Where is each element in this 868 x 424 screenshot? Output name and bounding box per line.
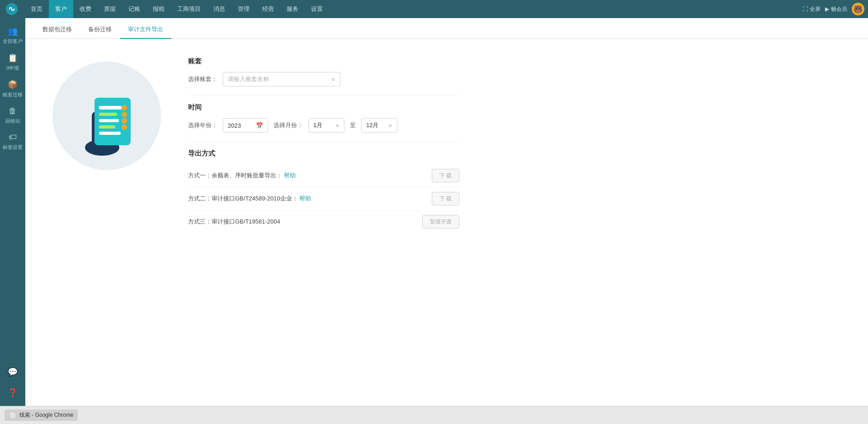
export-method-1: 方式一：余额表、序时账批量导出： 帮助 下 载	[188, 164, 459, 187]
nav-home[interactable]: 首页	[24, 0, 49, 18]
tab-data-migrate[interactable]: 数据包迁移	[34, 21, 80, 39]
sidebar-item-all-customers[interactable]: 👥 全部客户	[0, 23, 25, 48]
month-end-select[interactable]: 12月 ∨	[361, 118, 397, 133]
main-content: 数据包迁移 备份迁移 审计文件导出	[25, 18, 868, 406]
nav-service[interactable]: 服务	[280, 0, 305, 18]
svg-point-10	[122, 112, 127, 117]
illustration-area	[43, 52, 170, 170]
app-body: 👥 全部客户 📋 0申报 📦 账套迁移 🗑 回收站 🏷 标签设置 💬 ❓ 数据包…	[0, 18, 868, 406]
sidebar-item-label: 全部客户	[3, 38, 23, 45]
year-value: 2023	[228, 122, 241, 129]
section-divider-1	[188, 95, 459, 96]
member-label: 畅会员	[831, 5, 847, 13]
zero-declare-icon: 📋	[8, 53, 18, 63]
export-section-title: 导出方式	[188, 149, 459, 158]
account-select-placeholder: 请输入账套名称	[228, 75, 269, 83]
method-3-label: 方式三：审计接口GB/T19581-2004	[188, 218, 280, 226]
tag-settings-icon: 🏷	[9, 133, 17, 142]
top-nav: 首页 客户 收费 票据 记账 报税 工商项目 消息 管理 经营 服务 设置 ⛶ …	[0, 0, 868, 18]
nav-invoice[interactable]: 票据	[98, 0, 122, 18]
method-2-text: 方式二：审计接口GB/T24589-2010企业：	[188, 195, 298, 202]
method-1-help-link[interactable]: 帮助	[284, 172, 296, 179]
all-customers-icon: 👥	[8, 26, 18, 36]
taskbar-chrome-item[interactable]: ⚪ 线索 - Google Chrome	[5, 410, 78, 421]
year-input[interactable]: 2023 📅	[223, 118, 268, 133]
export-method-3: 方式三：审计接口GB/T19581-2004 暂缓开通	[188, 210, 459, 233]
taskbar-item-label: 线索 - Google Chrome	[19, 411, 73, 419]
method-1-text: 方式一：余额表、序时账批量导出：	[188, 172, 282, 179]
illustration-svg	[64, 71, 150, 161]
calendar-icon: 📅	[256, 122, 263, 129]
svg-rect-6	[99, 119, 119, 122]
fullscreen-label: 全屏	[810, 5, 821, 13]
month-start-select[interactable]: 1月 ∨	[308, 118, 344, 133]
method-2-download-button[interactable]: 下 载	[432, 192, 459, 205]
month-start-value: 1月	[313, 121, 322, 129]
month-label: 选择月份：	[274, 121, 303, 129]
taskbar: ⚪ 线索 - Google Chrome	[0, 406, 868, 424]
month-end-value: 12月	[366, 121, 378, 129]
account-select-chevron: ∨	[331, 76, 335, 82]
nav-message[interactable]: 消息	[207, 0, 231, 18]
svg-point-11	[122, 118, 127, 124]
method-1-label: 方式一：余额表、序时账批量导出： 帮助	[188, 172, 296, 180]
svg-point-12	[122, 124, 127, 130]
sidebar-item-zero-declare[interactable]: 📋 0申报	[0, 49, 25, 75]
fullscreen-button[interactable]: ⛶ 全屏	[802, 5, 821, 13]
sidebar-item-label: 回收站	[5, 118, 20, 124]
recycle-icon: 🗑	[9, 106, 17, 116]
export-method-2: 方式二：审计接口GB/T24589-2010企业： 帮助 下 载	[188, 187, 459, 210]
month-end-chevron: ∨	[388, 122, 392, 129]
account-section-title: 账套	[188, 57, 459, 66]
method-3-text: 方式三：审计接口GB/T19581-2004	[188, 218, 280, 225]
avatar[interactable]: 🐻	[852, 3, 864, 15]
account-select[interactable]: 请输入账套名称 ∨	[223, 72, 340, 86]
sidebar-item-label: 标签设置	[3, 144, 23, 151]
page-body: 账套 选择账套： 请输入账套名称 ∨ 时间 选择年份：	[25, 39, 868, 406]
svg-rect-7	[99, 125, 115, 129]
svg-rect-5	[99, 113, 117, 116]
method-1-download-button[interactable]: 下 载	[432, 169, 459, 182]
form-area: 账套 选择账套： 请输入账套名称 ∨ 时间 选择年份：	[188, 52, 459, 242]
nav-manage[interactable]: 管理	[231, 0, 256, 18]
account-section: 账套 选择账套： 请输入账套名称 ∨	[188, 57, 459, 86]
chat-icon[interactable]: 💬	[0, 363, 25, 381]
sidebar-item-recycle[interactable]: 🗑 回收站	[0, 103, 25, 128]
account-label: 选择账套：	[188, 75, 217, 83]
time-section: 时间 选择年份： 2023 📅 选择月份： 1月 ∨ 至	[188, 103, 459, 133]
app-logo	[4, 1, 20, 17]
top-nav-right: ⛶ 全屏 ▶ 畅会员 🐻	[802, 3, 864, 15]
sidebar-item-account-migrate[interactable]: 📦 账套迁移	[0, 76, 25, 102]
tab-backup-migrate[interactable]: 备份迁移	[80, 21, 120, 39]
nav-customer[interactable]: 客户	[49, 0, 73, 18]
sidebar-item-label: 账套迁移	[3, 91, 23, 98]
nav-bookkeeping[interactable]: 记账	[122, 0, 146, 18]
nav-settings[interactable]: 设置	[305, 0, 329, 18]
time-form-row: 选择年份： 2023 📅 选择月份： 1月 ∨ 至 12月	[188, 118, 459, 133]
nav-fee[interactable]: 收费	[73, 0, 98, 18]
account-form-row: 选择账套： 请输入账套名称 ∨	[188, 72, 459, 86]
sidebar-item-label: 0申报	[6, 65, 19, 71]
nav-tax[interactable]: 报税	[146, 0, 171, 18]
export-section: 导出方式 方式一：余额表、序时账批量导出： 帮助 下 载 方式二：审计接口GB/…	[188, 149, 459, 233]
chrome-icon: ⚪	[9, 412, 17, 419]
month-start-chevron: ∨	[335, 122, 340, 129]
tab-bar: 数据包迁移 备份迁移 审计文件导出	[25, 18, 868, 39]
svg-point-9	[122, 105, 127, 110]
help-icon[interactable]: ❓	[0, 384, 25, 401]
time-section-title: 时间	[188, 103, 459, 112]
time-separator: 至	[350, 121, 356, 129]
illustration-circle	[52, 62, 161, 170]
member-button[interactable]: ▶ 畅会员	[825, 5, 847, 13]
svg-rect-8	[99, 132, 121, 135]
method-2-label: 方式二：审计接口GB/T24589-2010企业： 帮助	[188, 195, 311, 203]
nav-operation[interactable]: 经营	[256, 0, 280, 18]
sidebar-bottom: 💬 ❓	[0, 363, 25, 406]
sidebar-item-tag-settings[interactable]: 🏷 标签设置	[0, 129, 25, 154]
method-3-open-button[interactable]: 暂缓开通	[422, 215, 459, 229]
year-label: 选择年份：	[188, 121, 217, 129]
method-2-help-link[interactable]: 帮助	[299, 195, 311, 202]
nav-business[interactable]: 工商项目	[171, 0, 207, 18]
member-icon: ▶	[825, 6, 829, 12]
tab-audit-export[interactable]: 审计文件导出	[120, 21, 171, 39]
